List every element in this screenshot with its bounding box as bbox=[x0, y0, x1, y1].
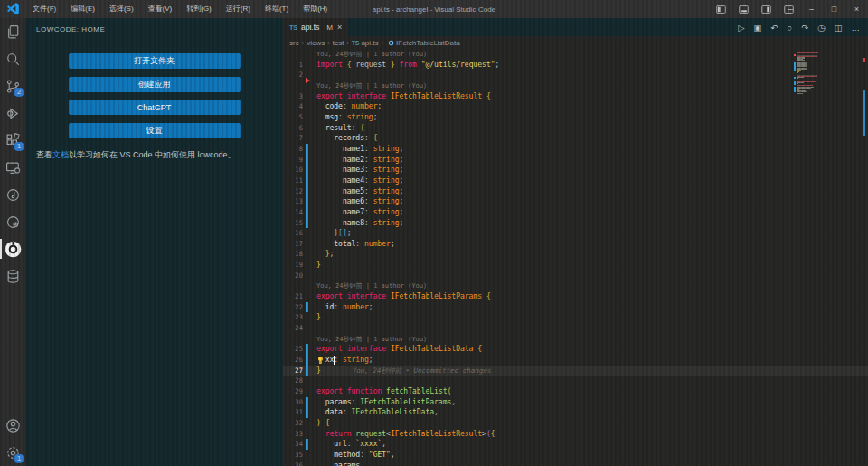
git-changed-marker bbox=[306, 344, 308, 355]
code-line-24: 24 bbox=[283, 323, 868, 334]
activity-remote-explorer-icon[interactable] bbox=[0, 154, 25, 181]
line-number: 22 bbox=[283, 302, 303, 313]
code-line-19: 19} bbox=[283, 260, 868, 271]
breadcrumb-item-test[interactable]: test bbox=[332, 39, 345, 47]
nav-forward-icon[interactable]: ↷ bbox=[801, 23, 808, 33]
activity-search-icon[interactable] bbox=[0, 45, 25, 72]
menu-item-4[interactable]: 转到(G) bbox=[179, 0, 219, 18]
vscode-window: 文件(F)编辑(E)选择(S)查看(V)转到(G)运行(R)终端(T)帮助(H)… bbox=[0, 0, 868, 466]
code-line-14: 14 name7: string; bbox=[283, 207, 868, 218]
code-line-23: 23} bbox=[283, 312, 868, 323]
line-number: 25 bbox=[283, 344, 303, 355]
menu-item-0[interactable]: 文件(F) bbox=[25, 0, 63, 18]
code-line-21: 21export interface IFetchTableListParams… bbox=[283, 291, 868, 302]
typescript-file-icon: TS bbox=[352, 40, 359, 46]
lightbulb-icon[interactable] bbox=[318, 357, 323, 361]
code-line-31: 31 data: IFetchTableListData, bbox=[283, 407, 868, 418]
activity-run-debug-icon[interactable] bbox=[0, 100, 25, 127]
sidebar-button-3[interactable]: 设置 bbox=[69, 123, 241, 138]
line-number: 1 bbox=[283, 60, 303, 71]
git-blame-annotation: You, 24秒钟前 | 1 author (You) bbox=[283, 49, 868, 60]
close-button[interactable]: × bbox=[845, 0, 868, 18]
code-line-20: 20 bbox=[283, 271, 868, 281]
line-number: 20 bbox=[283, 271, 303, 281]
line-number: 30 bbox=[283, 397, 303, 408]
menu-item-3[interactable]: 查看(V) bbox=[141, 0, 180, 18]
code-line-27: 27}You, 24秒钟前 • Uncommitted changes bbox=[283, 366, 868, 376]
run-all-icon[interactable]: ▣ bbox=[754, 23, 762, 33]
window-controls: – □ × bbox=[710, 0, 868, 18]
line-number: 5 bbox=[283, 112, 303, 123]
vscode-logo-icon[interactable] bbox=[0, 3, 25, 15]
code-line-15: 15 name8: string; bbox=[283, 218, 868, 229]
menu-item-1[interactable]: 编辑(E) bbox=[63, 0, 102, 18]
breadcrumb-item-views[interactable]: views bbox=[306, 39, 326, 47]
help-prefix: 查看 bbox=[36, 150, 52, 159]
code-line-22: 22 id: number; bbox=[283, 302, 868, 313]
git-changed-marker bbox=[306, 176, 308, 186]
code-lines: You, 24秒钟前 | 1 author (You)1import { req… bbox=[283, 49, 868, 466]
activity-database-icon[interactable] bbox=[0, 262, 25, 290]
run-icon[interactable]: ▷ bbox=[738, 23, 744, 33]
activity-plugin-circle-icon[interactable] bbox=[0, 181, 25, 208]
menu-item-7[interactable]: 帮助(H) bbox=[296, 0, 335, 18]
toggle-panel-icon[interactable] bbox=[732, 0, 755, 18]
toggle-secondary-sidebar-icon[interactable] bbox=[755, 0, 778, 18]
activity-circle-gear-icon[interactable] bbox=[0, 208, 25, 235]
activity-lowcode-icon[interactable] bbox=[0, 235, 25, 262]
breadcrumb-item-src[interactable]: src bbox=[288, 39, 300, 47]
maximize-button[interactable]: □ bbox=[823, 0, 845, 18]
breadcrumb: src›views›test›TSapi.ts›IFetchTableListD… bbox=[283, 36, 868, 49]
line-number: 32 bbox=[283, 418, 303, 429]
line-number: 11 bbox=[283, 176, 303, 186]
line-number: 21 bbox=[283, 291, 303, 302]
git-changed-marker bbox=[306, 355, 308, 366]
code-editor[interactable]: You, 24秒钟前 | 1 author (You)1import { req… bbox=[283, 49, 868, 466]
settings-gear-icon[interactable]: 1 bbox=[0, 439, 25, 466]
code-line-35: 35 method: "GET", bbox=[283, 450, 868, 461]
sidebar-button-1[interactable]: 创建应用 bbox=[69, 77, 241, 92]
menu-item-2[interactable]: 选择(S) bbox=[102, 0, 141, 18]
sidebar-button-2[interactable]: ChatGPT bbox=[69, 100, 241, 115]
breadcrumb-item-api.ts[interactable]: TSapi.ts bbox=[351, 39, 379, 47]
more-actions-icon[interactable]: … bbox=[852, 23, 861, 33]
code-line-4: 4 code: number; bbox=[283, 101, 868, 112]
line-number: 10 bbox=[283, 165, 303, 176]
toggle-sidebar-icon[interactable] bbox=[710, 0, 732, 18]
line-number: 27 bbox=[283, 366, 303, 376]
tab-api-ts[interactable]: TS api.ts M × bbox=[283, 18, 348, 36]
git-changed-marker bbox=[306, 196, 308, 207]
split-editor-icon[interactable]: ◫ bbox=[835, 23, 843, 33]
sidebar-button-0[interactable]: 打开文件夹 bbox=[69, 53, 241, 69]
code-line-18: 18 }; bbox=[283, 249, 868, 260]
extensions-badge: 1 bbox=[14, 142, 24, 151]
menu-item-5[interactable]: 运行(R) bbox=[219, 0, 258, 18]
git-changed-marker bbox=[306, 207, 308, 218]
code-line-33: 33 return request<IFetchTableListResult>… bbox=[283, 429, 868, 440]
line-number: 24 bbox=[283, 323, 303, 334]
docs-link[interactable]: 文档 bbox=[52, 150, 69, 159]
activity-extensions-icon[interactable]: 1 bbox=[0, 127, 25, 154]
nav-back-icon[interactable]: ↶ bbox=[771, 23, 778, 33]
git-changed-marker bbox=[306, 397, 308, 408]
code-line-10: 10 name3: string; bbox=[283, 165, 868, 176]
minimize-button[interactable]: – bbox=[800, 0, 823, 18]
tab-close-icon[interactable]: × bbox=[337, 23, 342, 32]
settings-badge: 1 bbox=[14, 454, 24, 463]
timeline-icon[interactable]: ◷ bbox=[817, 23, 825, 33]
tab-bar: TS api.ts M × ▷▣↶○↷◷◫… bbox=[283, 18, 868, 36]
activity-source-control-icon[interactable]: 2 bbox=[0, 72, 25, 100]
nav-dot-icon[interactable]: ○ bbox=[788, 23, 793, 33]
line-number: 7 bbox=[283, 133, 303, 144]
overview-ruler-changed-mark bbox=[863, 90, 865, 136]
activity-explorer-icon[interactable] bbox=[0, 18, 25, 45]
breadcrumb-item-IFetchTableListData[interactable]: IFetchTableListData bbox=[385, 39, 461, 47]
line-number: 34 bbox=[283, 439, 303, 450]
menu-item-6[interactable]: 终端(T) bbox=[258, 0, 296, 18]
code-line-25: 25export interface IFetchTableListData { bbox=[283, 344, 868, 355]
account-icon[interactable] bbox=[0, 412, 25, 439]
line-number: 17 bbox=[283, 239, 303, 250]
customize-layout-icon[interactable] bbox=[778, 0, 800, 18]
line-number: 4 bbox=[283, 101, 303, 112]
minimap[interactable] bbox=[794, 49, 830, 176]
